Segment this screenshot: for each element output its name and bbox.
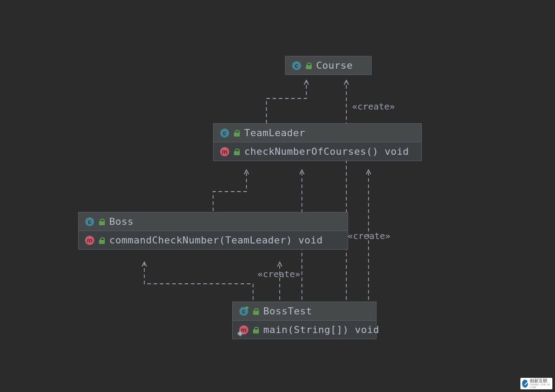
class-header: Boss bbox=[79, 212, 348, 231]
lock-icon bbox=[99, 219, 105, 224]
edge-label-create: «create» bbox=[348, 231, 390, 241]
runnable-class-icon bbox=[239, 306, 249, 316]
class-name: Boss bbox=[109, 216, 134, 227]
class-icon bbox=[292, 61, 301, 71]
class-icon bbox=[220, 128, 230, 138]
method-icon bbox=[85, 235, 95, 245]
class-header: TeamLeader bbox=[214, 124, 421, 142]
lock-icon bbox=[253, 327, 259, 333]
class-icon bbox=[85, 217, 95, 227]
watermark-badge: 创新互联 CHUANG XIN HU LIAN bbox=[520, 378, 552, 389]
class-box-bosstest[interactable]: BossTest main(String[]) void bbox=[232, 302, 377, 339]
class-header: Course bbox=[285, 56, 371, 74]
class-box-boss[interactable]: Boss commandCheckNumber(TeamLeader) void bbox=[78, 212, 348, 250]
class-header: BossTest bbox=[233, 302, 376, 321]
method-row: checkNumberOfCourses() void bbox=[214, 142, 421, 161]
method-row: commandCheckNumber(TeamLeader) void bbox=[79, 231, 348, 249]
class-name: TeamLeader bbox=[244, 127, 305, 138]
watermark-brand: 创新互联 bbox=[530, 379, 551, 383]
static-method-icon bbox=[239, 325, 249, 335]
method-signature: commandCheckNumber(TeamLeader) void bbox=[109, 235, 323, 246]
class-name: Course bbox=[316, 60, 353, 71]
lock-icon bbox=[306, 63, 312, 68]
watermark-sub: CHUANG XIN HU LIAN bbox=[530, 383, 551, 388]
class-box-course[interactable]: Course bbox=[285, 56, 372, 75]
method-row: main(String[]) void bbox=[233, 321, 376, 339]
edge-label-create: «create» bbox=[258, 269, 300, 279]
edge-label-create: «create» bbox=[352, 101, 395, 112]
method-signature: checkNumberOfCourses() void bbox=[244, 146, 409, 157]
watermark-logo-icon bbox=[522, 380, 528, 388]
uml-diagram-canvas: «create» «create» «create» Course TeamLe… bbox=[0, 0, 555, 392]
method-signature: main(String[]) void bbox=[263, 324, 379, 335]
lock-icon bbox=[234, 130, 240, 136]
lock-icon bbox=[234, 149, 240, 154]
class-box-teamleader[interactable]: TeamLeader checkNumberOfCourses() void bbox=[213, 123, 422, 161]
method-icon bbox=[220, 147, 230, 157]
lock-icon bbox=[253, 308, 259, 314]
lock-icon bbox=[99, 237, 105, 243]
class-name: BossTest bbox=[263, 306, 312, 317]
